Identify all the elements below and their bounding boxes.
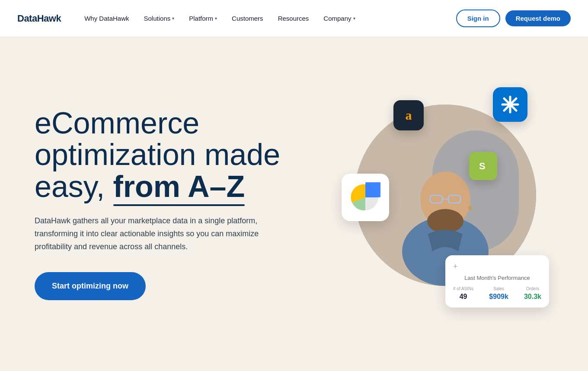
metric-sales-value: $909k bbox=[489, 293, 508, 301]
metric-asins-label: # of ASINs bbox=[453, 286, 473, 291]
hero-right: a S bbox=[298, 79, 562, 329]
perf-plus-icon: + bbox=[453, 262, 541, 271]
nav-link-solutions[interactable]: Solutions ▾ bbox=[138, 11, 181, 25]
nav-link-company[interactable]: Company ▾ bbox=[317, 11, 361, 25]
svg-text:S: S bbox=[479, 161, 486, 171]
pie-chart-svg bbox=[350, 182, 380, 212]
signin-button[interactable]: Sign in bbox=[456, 10, 500, 27]
chevron-down-icon: ▾ bbox=[353, 16, 355, 21]
metric-orders-value: 30.3k bbox=[524, 293, 541, 301]
metric-orders-label: Orders bbox=[524, 286, 541, 291]
chevron-down-icon: ▾ bbox=[172, 16, 174, 21]
walmart-icon bbox=[493, 87, 527, 122]
hero-title: eCommerce optimization made easy, from A… bbox=[35, 108, 298, 203]
nav-links: Why DataHawk Solutions ▾ Platform ▾ Cust… bbox=[78, 11, 456, 25]
nav-link-why[interactable]: Why DataHawk bbox=[78, 11, 135, 25]
navbar: DataHawk Why DataHawk Solutions ▾ Platfo… bbox=[0, 0, 588, 37]
metric-orders: Orders 30.3k bbox=[524, 286, 541, 301]
metric-sales-label: Sales bbox=[489, 286, 508, 291]
nav-link-customers[interactable]: Customers bbox=[226, 11, 269, 25]
nav-link-platform[interactable]: Platform ▾ bbox=[183, 11, 223, 25]
hero-left: eCommerce optimization made easy, from A… bbox=[35, 108, 298, 301]
svg-point-10 bbox=[468, 206, 473, 210]
request-demo-button[interactable]: Request demo bbox=[505, 10, 571, 26]
start-optimizing-button[interactable]: Start optimizing now bbox=[35, 272, 146, 300]
nav-logo[interactable]: DataHawk bbox=[17, 13, 61, 24]
shopify-icon: S bbox=[469, 152, 497, 180]
svg-point-6 bbox=[427, 209, 463, 233]
perf-card-title: Last Month's Performance bbox=[453, 275, 541, 281]
metric-sales: Sales $909k bbox=[489, 286, 508, 301]
pie-chart-card bbox=[342, 174, 389, 221]
metric-asins: # of ASINs 49 bbox=[453, 286, 473, 301]
perf-metrics: # of ASINs 49 Sales $909k Orders 30.3k bbox=[453, 286, 541, 301]
amazon-icon: a bbox=[393, 100, 424, 130]
metric-asins-value: 49 bbox=[453, 293, 473, 301]
nav-link-resources[interactable]: Resources bbox=[272, 11, 315, 25]
hero-section: eCommerce optimization made easy, from A… bbox=[0, 37, 588, 371]
hero-description: DataHawk gathers all your marketplace da… bbox=[35, 215, 277, 253]
nav-actions: Sign in Request demo bbox=[456, 10, 571, 27]
chevron-down-icon: ▾ bbox=[215, 16, 217, 21]
performance-card: + Last Month's Performance # of ASINs 49… bbox=[445, 255, 549, 308]
